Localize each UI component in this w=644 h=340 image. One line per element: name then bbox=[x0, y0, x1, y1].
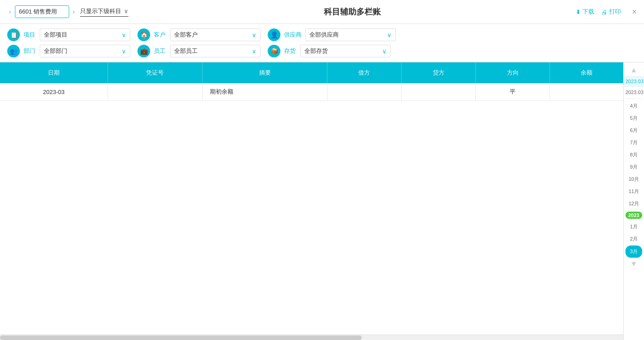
main-window: ‹ 6601 销售费用 › 只显示下级科目 ∨ 科目辅助多栏账 ⬇ 下载 🖨 打… bbox=[0, 0, 644, 340]
department-label: 部门 bbox=[24, 47, 36, 55]
cell-summary: 期初余额 bbox=[203, 83, 327, 101]
inventory-value: 全部存货 bbox=[304, 47, 328, 55]
cell-balance bbox=[550, 83, 623, 101]
nav-next-button[interactable]: › bbox=[71, 7, 77, 16]
sidebar-year-2023[interactable]: 2023 bbox=[624, 210, 644, 221]
sidebar-period-8[interactable]: 8月 bbox=[624, 149, 644, 161]
horizontal-scrollbar[interactable] bbox=[0, 335, 623, 340]
sidebar-period-2023-03-2[interactable]: 2023.03 bbox=[624, 87, 644, 98]
year-badge: 2023 bbox=[625, 212, 642, 219]
sidebar-period-10[interactable]: 10月 bbox=[624, 173, 644, 185]
department-value: 全部部门 bbox=[44, 47, 67, 55]
right-sidebar: ▲ 2023.03 2023.03 4月 5月 6月 7月 8月 9月 10月 … bbox=[623, 62, 644, 340]
close-button[interactable]: × bbox=[632, 7, 637, 17]
col-direction: 方向 bbox=[476, 62, 550, 83]
sidebar-period-2[interactable]: 2月 bbox=[624, 233, 644, 245]
chevron-down-icon: ∨ bbox=[387, 32, 392, 38]
project-value: 全部项目 bbox=[44, 31, 67, 39]
filter-bar: 📋 项目 全部项目 ∨ 🏠 客户 全部客户 ∨ 👤 供应商 bbox=[0, 24, 644, 62]
sidebar-scroll-up-button[interactable]: ▲ bbox=[629, 64, 639, 76]
project-filter: 📋 项目 全部项目 ∨ bbox=[7, 28, 130, 41]
nav-prev-button[interactable]: ‹ bbox=[7, 7, 13, 16]
ledger-table: 日期 凭证号 摘要 借方 贷方 方向 余额 2023-03 bbox=[0, 62, 623, 101]
sidebar-period-5[interactable]: 5月 bbox=[624, 112, 644, 124]
customer-value: 全部客户 bbox=[174, 31, 198, 39]
account-code-display: 6601 销售费用 bbox=[15, 5, 69, 18]
sidebar-period-11[interactable]: 11月 bbox=[624, 185, 644, 198]
department-icon: 👥 bbox=[7, 45, 20, 57]
sidebar-period-7[interactable]: 7月 bbox=[624, 137, 644, 149]
cell-debit bbox=[327, 83, 401, 101]
col-voucher: 凭证号 bbox=[108, 62, 202, 83]
project-select[interactable]: 全部项目 ∨ bbox=[40, 28, 130, 41]
sidebar-period-1[interactable]: 1月 bbox=[624, 221, 644, 233]
supplier-icon: 👤 bbox=[268, 28, 280, 41]
supplier-filter: 👤 供应商 全部供应商 ∨ bbox=[268, 28, 396, 41]
content-wrapper: 日期 凭证号 摘要 借方 贷方 方向 余额 2023-03 bbox=[0, 62, 644, 340]
col-debit: 借方 bbox=[327, 62, 401, 83]
employee-select[interactable]: 全部员工 ∨ bbox=[170, 45, 260, 57]
project-icon: 📋 bbox=[7, 28, 20, 41]
main-area: 日期 凭证号 摘要 借方 贷方 方向 余额 2023-03 bbox=[0, 62, 623, 340]
filter-row-2: 👥 部门 全部部门 ∨ 💼 员工 全部员工 ∨ 📦 存货 bbox=[7, 45, 637, 57]
chevron-down-icon: ∨ bbox=[382, 48, 387, 55]
chevron-down-icon: ∨ bbox=[124, 8, 128, 14]
customer-label: 客户 bbox=[154, 31, 166, 39]
cell-direction: 平 bbox=[476, 83, 550, 101]
table-row[interactable]: 2023-03 期初余额 平 bbox=[0, 83, 623, 101]
sidebar-period-12[interactable]: 12月 bbox=[624, 198, 644, 210]
inventory-filter: 📦 存货 全部存货 ∨ bbox=[268, 45, 391, 57]
sidebar-period-6[interactable]: 6月 bbox=[624, 124, 644, 137]
department-select[interactable]: 全部部门 ∨ bbox=[40, 45, 130, 57]
supplier-value: 全部供应商 bbox=[309, 31, 339, 39]
cell-voucher bbox=[108, 83, 202, 101]
project-label: 项目 bbox=[24, 31, 36, 39]
chevron-down-icon: ∨ bbox=[252, 32, 256, 38]
customer-select[interactable]: 全部客户 ∨ bbox=[170, 28, 260, 41]
download-label: 下载 bbox=[582, 8, 594, 16]
show-sub-label: 只显示下级科目 bbox=[80, 7, 121, 15]
inventory-select[interactable]: 全部存货 ∨ bbox=[300, 45, 391, 57]
employee-filter: 💼 员工 全部员工 ∨ bbox=[137, 45, 260, 57]
table-header-row: 日期 凭证号 摘要 借方 贷方 方向 余额 bbox=[0, 62, 623, 83]
col-date: 日期 bbox=[0, 62, 108, 83]
print-label: 打印 bbox=[609, 8, 621, 16]
supplier-select[interactable]: 全部供应商 ∨ bbox=[305, 28, 396, 41]
sidebar-divider-1 bbox=[626, 99, 642, 99]
chevron-down-icon: ∨ bbox=[122, 32, 126, 38]
cell-credit bbox=[401, 83, 475, 101]
scroll-thumb bbox=[0, 335, 362, 340]
col-credit: 贷方 bbox=[401, 62, 475, 83]
department-filter: 👥 部门 全部部门 ∨ bbox=[7, 45, 130, 57]
col-balance: 余额 bbox=[550, 62, 623, 83]
inventory-icon: 📦 bbox=[268, 45, 280, 57]
show-sub-toggle[interactable]: 只显示下级科目 ∨ bbox=[80, 7, 128, 17]
print-button[interactable]: 🖨 打印 bbox=[601, 8, 621, 16]
download-icon: ⬇ bbox=[576, 9, 581, 15]
employee-label: 员工 bbox=[154, 47, 166, 55]
page-title: 科目辅助多栏账 bbox=[128, 6, 576, 17]
supplier-label: 供应商 bbox=[284, 31, 302, 39]
sidebar-period-4[interactable]: 4月 bbox=[624, 100, 644, 112]
employee-icon: 💼 bbox=[137, 45, 150, 57]
header-actions: ⬇ 下载 🖨 打印 × bbox=[576, 7, 637, 17]
header-bar: ‹ 6601 销售费用 › 只显示下级科目 ∨ 科目辅助多栏账 ⬇ 下载 🖨 打… bbox=[0, 0, 644, 24]
sidebar-period-3-current[interactable]: 3月 bbox=[625, 246, 642, 258]
customer-filter: 🏠 客户 全部客户 ∨ bbox=[137, 28, 260, 41]
inventory-label: 存货 bbox=[284, 47, 297, 55]
sidebar-period-9[interactable]: 9月 bbox=[624, 161, 644, 173]
chevron-down-icon: ∨ bbox=[252, 48, 256, 55]
chevron-down-icon: ∨ bbox=[122, 48, 126, 55]
cell-date: 2023-03 bbox=[0, 83, 108, 101]
customer-icon: 🏠 bbox=[137, 28, 150, 41]
filter-row-1: 📋 项目 全部项目 ∨ 🏠 客户 全部客户 ∨ 👤 供应商 bbox=[7, 28, 637, 41]
download-button[interactable]: ⬇ 下载 bbox=[576, 8, 594, 16]
table-container[interactable]: 日期 凭证号 摘要 借方 贷方 方向 余额 2023-03 bbox=[0, 62, 623, 335]
sidebar-scroll-down-button[interactable]: ▼ bbox=[629, 258, 639, 270]
col-summary: 摘要 bbox=[203, 62, 327, 83]
employee-value: 全部员工 bbox=[174, 47, 198, 55]
print-icon: 🖨 bbox=[601, 9, 607, 15]
sidebar-period-2023-03-1[interactable]: 2023.03 bbox=[624, 76, 644, 87]
